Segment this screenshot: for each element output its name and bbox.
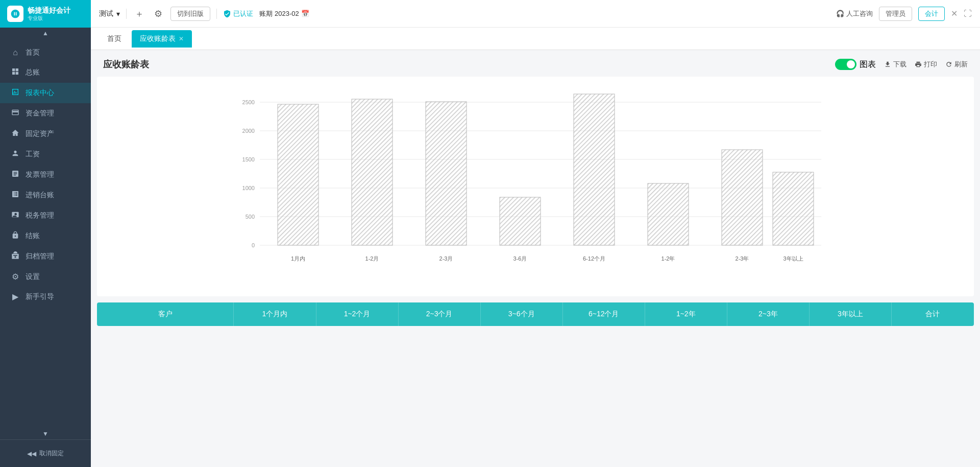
sidebar-item-settings[interactable]: ⚙ 设置	[0, 267, 91, 287]
page-title: 应收账龄表	[103, 58, 149, 71]
svg-text:2-3年: 2-3年	[736, 255, 749, 262]
sidebar-item-ledger-label: 总账	[26, 68, 40, 77]
download-label: 下载	[893, 60, 906, 69]
close-period-icon	[10, 231, 20, 241]
page-inner: 应收账龄表 图表 下载 打印	[91, 50, 980, 467]
sidebar-item-archive[interactable]: 归档管理	[0, 246, 91, 267]
verified-label: 已认证	[233, 9, 253, 18]
page-header: 应收账龄表 图表 下载 打印	[91, 50, 980, 77]
accountant-btn[interactable]: 会计	[918, 7, 945, 21]
sidebar-logo: 畅捷通好会计 专业版	[0, 0, 91, 28]
add-btn[interactable]: ＋	[133, 6, 146, 22]
sidebar-item-funds[interactable]: 资金管理	[0, 103, 91, 124]
th-customer: 客户	[97, 302, 234, 326]
archive-icon	[10, 251, 20, 262]
tab-home-label: 首页	[107, 34, 121, 43]
sidebar-item-inventory[interactable]: 进销台账	[0, 185, 91, 205]
tab-aging-close[interactable]: ✕	[179, 35, 184, 42]
th-1-2m: 1~2个月	[316, 302, 399, 326]
toggle-knob	[847, 60, 855, 68]
sidebar-scroll-up[interactable]: ▲	[0, 28, 91, 39]
cancel-fixed-btn[interactable]: ◀◀ 取消固定	[0, 445, 91, 462]
chart-toggle[interactable]	[835, 59, 856, 70]
funds-icon	[10, 108, 20, 119]
refresh-label: 刷新	[954, 60, 968, 69]
sidebar-item-home[interactable]: ⌂ 首页	[0, 43, 91, 62]
tab-aging[interactable]: 应收账龄表 ✕	[132, 30, 192, 48]
download-icon	[884, 61, 891, 68]
settings-btn[interactable]: ⚙	[152, 6, 164, 21]
workspace-selector[interactable]: 测试 ▾	[99, 9, 120, 18]
th-1-2y: 1~2年	[645, 302, 727, 326]
sidebar-item-invoice-label: 发票管理	[26, 170, 54, 179]
workspace-name: 测试	[99, 9, 113, 18]
svg-text:1-2年: 1-2年	[662, 255, 675, 262]
print-label: 打印	[924, 60, 937, 69]
svg-rect-17	[278, 104, 318, 245]
chart-container: 0 500 1000 1500 2000 2500	[112, 87, 959, 281]
topbar: 测试 ▾ ＋ ⚙ 切到旧版 已认证 账期 2023-02 📅 🎧 人工咨询 管理…	[91, 0, 980, 28]
svg-rect-19	[352, 99, 393, 245]
sidebar-item-payroll-label: 工资	[26, 150, 40, 159]
th-2-3m: 2~3个月	[399, 302, 481, 326]
svg-text:1000: 1000	[242, 185, 255, 191]
sidebar-scroll-down[interactable]: ▼	[0, 428, 91, 439]
payroll-icon	[10, 149, 20, 159]
svg-text:0: 0	[252, 242, 255, 248]
verified-badge: 已认证	[223, 9, 253, 18]
table-header-row: 客户 1个月内 1~2个月 2~3个月 3~6个月 6~12个月 1~2年 2~…	[97, 302, 974, 326]
svg-rect-0	[12, 68, 15, 71]
print-btn[interactable]: 打印	[915, 60, 937, 69]
th-6-12m: 6~12个月	[563, 302, 645, 326]
topbar-expand-btn[interactable]: ⛶	[964, 9, 972, 18]
svg-rect-31	[773, 172, 814, 245]
main-content: 测试 ▾ ＋ ⚙ 切到旧版 已认证 账期 2023-02 📅 🎧 人工咨询 管理…	[91, 0, 980, 467]
bar-chart: 0 500 1000 1500 2000 2500	[112, 87, 959, 281]
chart-section: 0 500 1000 1500 2000 2500	[97, 77, 974, 296]
topbar-close-btn[interactable]: ✕	[951, 9, 958, 18]
sidebar-item-assets[interactable]: 固定资产	[0, 124, 91, 144]
svg-text:1500: 1500	[242, 156, 255, 162]
sidebar-item-tax[interactable]: 税务管理	[0, 205, 91, 226]
calendar-icon[interactable]: 📅	[301, 10, 309, 17]
refresh-btn[interactable]: 刷新	[945, 60, 968, 69]
sidebar-item-reports[interactable]: 报表中心	[0, 83, 91, 103]
sidebar-item-ledger[interactable]: 总账	[0, 62, 91, 83]
tab-bar: 首页 应收账龄表 ✕	[91, 28, 980, 50]
th-1m: 1个月内	[234, 302, 316, 326]
sidebar-item-close-period[interactable]: 结账	[0, 226, 91, 246]
page-actions: 图表 下载 打印 刷新	[835, 59, 968, 70]
sidebar-item-guide[interactable]: ▶ 新手引导	[0, 287, 91, 307]
svg-rect-25	[574, 94, 615, 245]
svg-text:2-3月: 2-3月	[439, 255, 453, 262]
sidebar-item-inventory-label: 进销台账	[26, 191, 54, 200]
switch-old-btn[interactable]: 切到旧版	[170, 7, 210, 21]
th-total: 合计	[892, 302, 974, 326]
manager-btn[interactable]: 管理员	[879, 7, 912, 21]
tab-home[interactable]: 首页	[99, 30, 130, 48]
download-btn[interactable]: 下载	[884, 60, 906, 69]
headset-icon: 🎧	[836, 10, 844, 17]
workspace-dropdown-icon: ▾	[116, 10, 120, 18]
sidebar-item-reports-label: 报表中心	[26, 88, 54, 98]
period-value: 2023-02	[275, 10, 299, 17]
sidebar-item-invoice[interactable]: 发票管理	[0, 165, 91, 185]
sidebar-item-home-label: 首页	[26, 48, 40, 57]
logo-title: 畅捷通好会计	[28, 6, 70, 15]
svg-text:1-2月: 1-2月	[365, 255, 379, 262]
consultation-btn[interactable]: 🎧 人工咨询	[836, 9, 873, 18]
settings-icon: ⚙	[10, 272, 20, 282]
consultation-label: 人工咨询	[846, 9, 873, 18]
assets-icon	[10, 129, 20, 139]
sidebar-item-payroll[interactable]: 工资	[0, 144, 91, 165]
svg-rect-3	[16, 72, 18, 75]
table-section: 客户 1个月内 1~2个月 2~3个月 3~6个月 6~12个月 1~2年 2~…	[97, 302, 974, 326]
svg-rect-27	[648, 183, 689, 245]
topbar-divider-2	[216, 9, 217, 19]
logo-subtitle: 专业版	[28, 15, 70, 22]
shield-icon	[223, 10, 231, 18]
invoice-icon	[10, 170, 20, 180]
th-3y-plus: 3年以上	[810, 302, 892, 326]
pin-icon: ◀◀	[27, 450, 36, 457]
period-label: 账期	[259, 9, 273, 18]
